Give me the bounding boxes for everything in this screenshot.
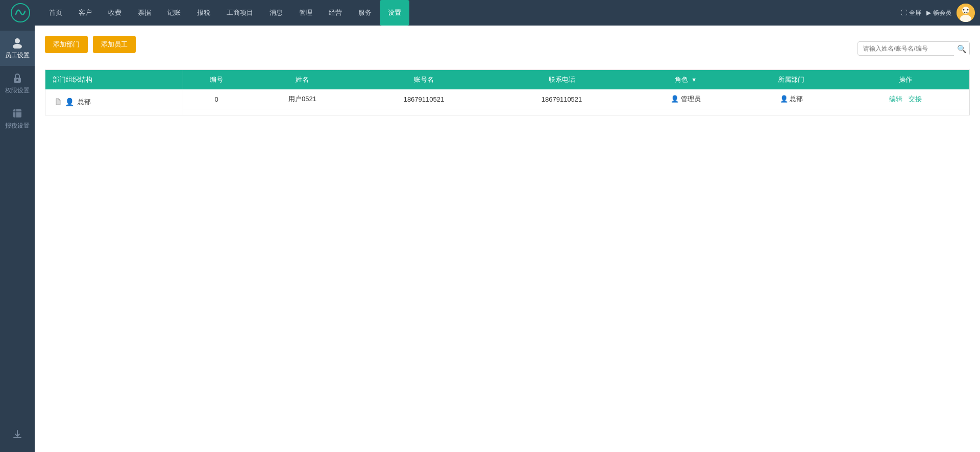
col-role-label: 角色 (675, 76, 688, 83)
permission-icon (11, 72, 23, 84)
table-panel: 编号 姓名 账号名 联系电话 角色 ▼ 所属部门 操作 (183, 70, 969, 115)
content-area: 添加部门 添加员工 🔍 部门组织结构 (35, 26, 980, 452)
search-icon: 🔍 (957, 44, 967, 54)
sidebar-download[interactable] (0, 422, 35, 447)
action-buttons: 添加部门 添加员工 (45, 36, 136, 53)
sidebar-item-employee[interactable]: 员工设置 (0, 31, 35, 66)
nav-business[interactable]: 工商项目 (218, 0, 261, 26)
fullscreen-label: 全屏 (909, 9, 921, 17)
employee-icon (11, 37, 23, 49)
cell-account: 18679110521 (355, 89, 493, 109)
download-icon (11, 429, 23, 441)
svg-point-7 (13, 44, 22, 49)
svg-rect-10 (13, 109, 21, 117)
nav-invoice[interactable]: 票据 (130, 0, 159, 26)
cell-department: 👤 总部 (741, 89, 842, 109)
person-tree-icon: 👤 (65, 98, 75, 107)
col-account: 账号名 (355, 70, 493, 89)
file-icon (55, 98, 62, 107)
member-icon: ▶ (926, 9, 931, 16)
tree-panel-header: 部门组织结构 (45, 70, 183, 89)
table-row: 0 用户0521 18679110521 18679110521 👤 管理员 👤… (183, 89, 969, 109)
nav-message[interactable]: 消息 (261, 0, 291, 26)
col-department: 所属部门 (741, 70, 842, 89)
cell-phone: 18679110521 (493, 89, 630, 109)
cell-id: 0 (183, 89, 250, 109)
tree-panel: 部门组织结构 👤 总部 (45, 70, 183, 115)
nav-settings[interactable]: 设置 (380, 0, 409, 26)
tree-body: 👤 总部 (45, 89, 183, 115)
sidebar-item-permission[interactable]: 权限设置 (0, 66, 35, 101)
svg-point-4 (963, 9, 965, 11)
sidebar-permission-label: 权限设置 (5, 86, 30, 95)
col-phone: 联系电话 (493, 70, 630, 89)
svg-point-6 (15, 38, 20, 43)
cell-role: 👤 管理员 (631, 89, 741, 109)
transfer-link[interactable]: 交接 (909, 95, 922, 103)
nav-operation[interactable]: 经营 (321, 0, 350, 26)
nav-customer[interactable]: 客户 (70, 0, 100, 26)
nav-manage[interactable]: 管理 (291, 0, 321, 26)
search-input[interactable] (857, 41, 970, 56)
nav-fee[interactable]: 收费 (100, 0, 130, 26)
avatar[interactable] (957, 4, 975, 22)
table-header-row: 编号 姓名 账号名 联系电话 角色 ▼ 所属部门 操作 (183, 70, 969, 89)
nav-service[interactable]: 服务 (350, 0, 380, 26)
filter-icon: ▼ (691, 77, 697, 83)
nav-home[interactable]: 首页 (41, 0, 70, 26)
cell-name: 用户0521 (250, 89, 355, 109)
top-navigation: 首页 客户 收费 票据 记账 报税 工商项目 消息 管理 经营 服务 设置 ⛶ … (0, 0, 980, 26)
search-button[interactable]: 🔍 (954, 42, 969, 56)
fullscreen-icon: ⛶ (901, 9, 907, 16)
sidebar-taxsettings-label: 报税设置 (5, 122, 30, 130)
add-department-button[interactable]: 添加部门 (45, 36, 88, 53)
nav-items: 首页 客户 收费 票据 记账 报税 工商项目 消息 管理 经营 服务 设置 (41, 0, 901, 26)
nav-tax[interactable]: 报税 (189, 0, 218, 26)
employee-table: 编号 姓名 账号名 联系电话 角色 ▼ 所属部门 操作 (183, 70, 969, 109)
tree-item-label: 总部 (78, 98, 91, 107)
col-role[interactable]: 角色 ▼ (631, 70, 741, 89)
col-action: 操作 (842, 70, 969, 89)
main-layout: 员工设置 权限设置 报税设置 (0, 26, 980, 452)
edit-link[interactable]: 编辑 (889, 95, 902, 103)
taxsettings-icon (11, 107, 23, 120)
svg-point-5 (967, 9, 969, 11)
cell-actions: 编辑 交接 (842, 89, 969, 109)
two-pane-layout: 部门组织结构 👤 总部 (45, 69, 970, 115)
fullscreen-button[interactable]: ⛶ 全屏 (901, 9, 921, 17)
logo[interactable] (5, 3, 36, 22)
tree-item-general[interactable]: 👤 总部 (51, 94, 178, 110)
member-label: 畅会员 (933, 9, 951, 17)
col-id: 编号 (183, 70, 250, 89)
add-employee-button[interactable]: 添加员工 (93, 36, 136, 53)
col-name: 姓名 (250, 70, 355, 89)
nav-right: ⛶ 全屏 ▶ 畅会员 (901, 4, 975, 22)
sidebar-employee-label: 员工设置 (5, 51, 30, 60)
sidebar: 员工设置 权限设置 报税设置 (0, 26, 35, 452)
sidebar-bottom (0, 422, 35, 447)
nav-bookkeeping[interactable]: 记账 (159, 0, 189, 26)
svg-point-9 (16, 79, 18, 81)
sidebar-item-taxsettings[interactable]: 报税设置 (0, 101, 35, 136)
member-button[interactable]: ▶ 畅会员 (926, 9, 951, 17)
